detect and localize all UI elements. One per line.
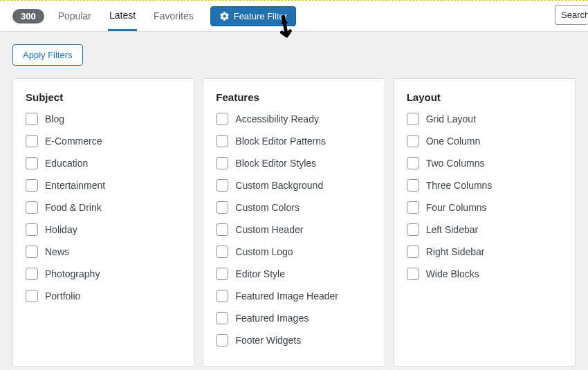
filter-option[interactable]: Featured Images [216, 312, 371, 324]
checkbox[interactable] [26, 157, 38, 169]
checkbox[interactable] [26, 201, 38, 214]
filter-columns: Subject BlogE-CommerceEducationEntertain… [12, 78, 576, 367]
checkbox[interactable] [407, 135, 419, 147]
checkbox[interactable] [216, 157, 228, 169]
theme-count-pill: 300 [12, 9, 44, 24]
filter-option-label: Blog [45, 113, 64, 124]
checkbox[interactable] [216, 246, 228, 258]
filter-option[interactable]: Wide Blocks [407, 268, 562, 280]
feature-filter-button[interactable]: Feature Filter [210, 6, 296, 26]
checkbox[interactable] [216, 201, 228, 214]
search-input[interactable]: Search [555, 5, 588, 25]
filter-option-label: Grid Layout [426, 113, 476, 124]
panel-features-list: Accessibility ReadyBlock Editor Patterns… [216, 113, 371, 346]
filter-option-label: E-Commerce [45, 136, 102, 147]
filter-option-label: Four Columns [426, 202, 487, 213]
tab-favorites[interactable]: Favorites [152, 2, 195, 30]
filter-option-label: Holiday [45, 224, 77, 235]
checkbox[interactable] [216, 268, 228, 280]
filter-option-label: Three Columns [426, 180, 493, 191]
filter-option-label: Wide Blocks [426, 268, 479, 279]
filter-option[interactable]: Two Columns [407, 157, 562, 169]
panel-layout: Layout Grid LayoutOne ColumnTwo ColumnsT… [394, 78, 576, 367]
panel-layout-title: Layout [407, 91, 562, 103]
filter-option[interactable]: Three Columns [407, 179, 562, 192]
filter-option[interactable]: Footer Widgets [216, 334, 371, 346]
checkbox[interactable] [216, 113, 228, 125]
filter-option[interactable]: Accessibility Ready [216, 113, 371, 125]
filter-option-label: Food & Drink [45, 202, 102, 213]
filter-option-label: Editor Style [235, 268, 285, 279]
checkbox[interactable] [216, 334, 228, 346]
panel-features: Features Accessibility ReadyBlock Editor… [203, 78, 385, 367]
filter-option-label: Education [45, 158, 88, 169]
filter-option[interactable]: Custom Logo [216, 246, 371, 258]
filter-option[interactable]: Left Sidebar [407, 223, 562, 236]
top-navigation: 300 Popular Latest Favorites Feature Fil… [0, 0, 588, 32]
checkbox[interactable] [407, 268, 419, 280]
checkbox[interactable] [26, 268, 38, 280]
filter-option-label: One Column [426, 136, 481, 147]
filter-option-label: Custom Header [235, 224, 303, 235]
filter-option[interactable]: Four Columns [407, 201, 562, 214]
filter-area: Apply Filters Subject BlogE-CommerceEduc… [0, 32, 588, 370]
filter-option[interactable]: Photography [26, 268, 181, 280]
gear-icon [219, 11, 230, 21]
filter-option[interactable]: Custom Background [216, 179, 371, 192]
tab-popular[interactable]: Popular [57, 2, 93, 30]
filter-option-label: Accessibility Ready [235, 113, 319, 124]
filter-option[interactable]: E-Commerce [26, 135, 181, 147]
tab-latest[interactable]: Latest [108, 1, 137, 31]
filter-option-label: Custom Colors [235, 202, 300, 213]
checkbox[interactable] [26, 290, 38, 302]
panel-subject-list: BlogE-CommerceEducationEntertainmentFood… [26, 113, 181, 302]
checkbox[interactable] [407, 201, 419, 214]
panel-subject: Subject BlogE-CommerceEducationEntertain… [12, 78, 194, 367]
filter-option-label: Portfolio [45, 290, 80, 302]
filter-option[interactable]: Custom Header [216, 223, 371, 236]
panel-features-title: Features [216, 91, 371, 103]
filter-option[interactable]: Grid Layout [407, 113, 562, 125]
checkbox[interactable] [407, 179, 419, 192]
filter-option-label: Right Sidebar [426, 246, 485, 257]
checkbox[interactable] [407, 223, 419, 236]
checkbox[interactable] [26, 135, 38, 147]
filter-option[interactable]: One Column [407, 135, 562, 147]
filter-option[interactable]: News [26, 246, 181, 258]
filter-option-label: Entertainment [45, 180, 105, 191]
filter-option[interactable]: Education [26, 157, 181, 169]
filter-option[interactable]: Block Editor Styles [216, 157, 371, 169]
checkbox[interactable] [26, 179, 38, 192]
filter-option[interactable]: Right Sidebar [407, 246, 562, 258]
checkbox[interactable] [407, 113, 419, 125]
filter-option-label: Block Editor Styles [235, 158, 316, 169]
filter-option-label: Custom Background [235, 180, 323, 191]
filter-option[interactable]: Block Editor Patterns [216, 135, 371, 147]
checkbox[interactable] [216, 312, 228, 324]
checkbox[interactable] [407, 157, 419, 169]
checkbox[interactable] [26, 223, 38, 236]
filter-option[interactable]: Custom Colors [216, 201, 371, 214]
filter-option-label: Left Sidebar [426, 224, 479, 235]
checkbox[interactable] [407, 246, 419, 258]
checkbox[interactable] [216, 290, 228, 302]
filter-option[interactable]: Food & Drink [26, 201, 181, 214]
feature-filter-label: Feature Filter [234, 11, 287, 21]
filter-option[interactable]: Editor Style [216, 268, 371, 280]
filter-option[interactable]: Holiday [26, 223, 181, 236]
filter-option[interactable]: Entertainment [26, 179, 181, 192]
checkbox[interactable] [26, 113, 38, 125]
filter-option-label: Block Editor Patterns [235, 136, 326, 147]
checkbox[interactable] [216, 179, 228, 192]
checkbox[interactable] [216, 135, 228, 147]
filter-option[interactable]: Blog [26, 113, 181, 125]
filter-option-label: Two Columns [426, 158, 485, 169]
checkbox[interactable] [216, 223, 228, 236]
checkbox[interactable] [26, 246, 38, 258]
filter-option-label: Featured Images [235, 313, 309, 324]
filter-option[interactable]: Portfolio [26, 290, 181, 302]
filter-option[interactable]: Featured Image Header [216, 290, 371, 302]
filter-option-label: Footer Widgets [235, 335, 301, 346]
panel-subject-title: Subject [26, 91, 181, 103]
apply-filters-button[interactable]: Apply Filters [12, 44, 83, 66]
